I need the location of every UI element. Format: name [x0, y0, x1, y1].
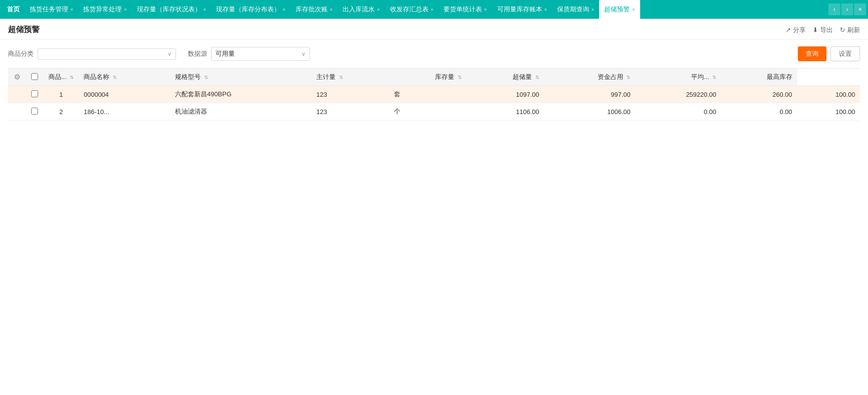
- table-header-row: ⚙ 商品... ⇅ 商品名称 ⇅ 规格型号 ⇅ 主计量: [8, 69, 860, 86]
- col-header-stock[interactable]: 库存量 ⇅: [389, 69, 467, 86]
- row-spec-0: 123: [311, 86, 389, 103]
- row-product-name-0: 六配套新昌490BPG: [170, 86, 311, 103]
- data-table: ⚙ 商品... ⇅ 商品名称 ⇅ 规格型号 ⇅ 主计量: [8, 68, 860, 120]
- nav-item-8[interactable]: 可用量库存账本 ×: [492, 0, 552, 19]
- row-max-stock-0: 100.00: [797, 86, 860, 103]
- nav-item-4[interactable]: 库存批次账 ×: [291, 0, 338, 19]
- nav-close-7[interactable]: ×: [484, 6, 487, 12]
- nav-home[interactable]: 首页: [2, 0, 25, 19]
- category-filter: 商品分类 ∨: [8, 48, 176, 60]
- nav-arrow-group: ‹ › ×: [828, 3, 866, 15]
- sort-icon-spec: ⇅: [204, 75, 208, 80]
- col-header-max-stock[interactable]: 最高库存: [721, 69, 797, 86]
- nav-close-2[interactable]: ×: [203, 6, 206, 12]
- gear-icon: ⚙: [14, 73, 20, 81]
- nav-close-3[interactable]: ×: [282, 6, 285, 12]
- nav-close-6[interactable]: ×: [431, 6, 434, 12]
- row-product-code-0: 0000004: [79, 86, 170, 103]
- row-overage-0: 997.00: [544, 86, 636, 103]
- sort-icon-overage: ⇅: [535, 75, 539, 80]
- row-max-stock-1: 100.00: [797, 103, 860, 120]
- table-row: 2 186-10... 机油滤清器 123 个 1106.00 1006.00 …: [8, 103, 860, 120]
- nav-item-3[interactable]: 现存量（库存分布表） ×: [211, 0, 290, 19]
- datasource-filter: 数据源 可用量 ∨: [188, 47, 310, 61]
- sort-icon-stock: ⇅: [458, 75, 462, 80]
- sort-icon-capital: ⇅: [626, 75, 630, 80]
- nav-item-7[interactable]: 要货单统计表 ×: [438, 0, 492, 19]
- nav-close-4[interactable]: ×: [330, 6, 333, 12]
- col-header-product-name[interactable]: 商品名称 ⇅: [79, 69, 170, 86]
- row-check-0[interactable]: [26, 86, 43, 103]
- table-body: 1 0000004 六配套新昌490BPG 123 套 1097.00 997.…: [8, 86, 860, 120]
- nav-close-all-button[interactable]: ×: [854, 3, 866, 15]
- sort-icon-product-name: ⇅: [113, 75, 117, 80]
- nav-next-button[interactable]: ›: [841, 3, 853, 15]
- datasource-select-value: 可用量: [216, 49, 235, 58]
- filter-area: 商品分类 ∨ 数据源 可用量 ∨ 查询 设置: [0, 40, 868, 68]
- datasource-select[interactable]: 可用量 ∨: [211, 47, 310, 61]
- row-overage-1: 1006.00: [544, 103, 636, 120]
- nav-close-0[interactable]: ×: [70, 6, 73, 12]
- header-actions: ↗ 分享 ⬇ 导出 ↻ 刷新: [785, 26, 860, 35]
- col-header-capital[interactable]: 资金占用 ⇅: [544, 69, 636, 86]
- row-check-1[interactable]: [26, 103, 43, 120]
- nav-close-5[interactable]: ×: [377, 6, 380, 12]
- sort-icon-avg: ⇅: [712, 75, 716, 80]
- col-header-unit[interactable]: 主计量 ⇅: [311, 69, 389, 86]
- row-unit-0: 套: [389, 86, 467, 103]
- col-header-settings[interactable]: ⚙: [8, 69, 26, 86]
- query-button[interactable]: 查询: [798, 46, 826, 61]
- settings-button[interactable]: 设置: [830, 46, 860, 61]
- nav-item-5[interactable]: 出入库流水 ×: [338, 0, 385, 19]
- row-settings-1[interactable]: [8, 103, 26, 120]
- nav-item-10[interactable]: 超储预警 ×: [599, 0, 640, 19]
- col-header-product-code[interactable]: 商品... ⇅: [43, 69, 79, 86]
- row-capital-1: 0.00: [635, 103, 721, 120]
- row-product-name-1: 机油滤清器: [170, 103, 311, 120]
- select-all-checkbox[interactable]: [31, 73, 38, 80]
- datasource-label: 数据源: [188, 49, 207, 58]
- row-capital-0: 259220.00: [635, 86, 721, 103]
- top-navigation: 首页 拣货任务管理 × 拣货异常处理 × 现存量（库存状况表） × 现存量（库存…: [0, 0, 868, 19]
- export-icon: ⬇: [813, 26, 818, 34]
- nav-close-8[interactable]: ×: [544, 6, 547, 12]
- col-header-check[interactable]: [26, 69, 43, 86]
- category-select[interactable]: ∨: [38, 48, 176, 60]
- filter-buttons: 查询 设置: [798, 46, 860, 61]
- nav-close-1[interactable]: ×: [124, 6, 127, 12]
- row-unit-1: 个: [389, 103, 467, 120]
- share-icon: ↗: [785, 26, 791, 34]
- sort-icon-product-code: ⇅: [70, 75, 74, 80]
- page-header: 超储预警 ↗ 分享 ⬇ 导出 ↻ 刷新: [0, 19, 868, 40]
- nav-prev-button[interactable]: ‹: [828, 3, 840, 15]
- table-row: 1 0000004 六配套新昌490BPG 123 套 1097.00 997.…: [8, 86, 860, 103]
- nav-item-9[interactable]: 保质期查询 ×: [552, 0, 599, 19]
- row-settings-0[interactable]: [8, 86, 26, 103]
- row-checkbox-0[interactable]: [31, 90, 38, 97]
- nav-item-6[interactable]: 收发存汇总表 ×: [385, 0, 438, 19]
- nav-item-0[interactable]: 拣货任务管理 ×: [25, 0, 78, 19]
- sort-icon-unit: ⇅: [339, 75, 343, 80]
- row-product-code-1: 186-10...: [79, 103, 170, 120]
- row-num-0: 1: [43, 86, 79, 103]
- nav-close-9[interactable]: ×: [591, 6, 594, 12]
- col-header-overage[interactable]: 超储量 ⇅: [467, 69, 544, 86]
- category-select-arrow-icon: ∨: [168, 51, 172, 57]
- refresh-icon: ↻: [840, 26, 845, 34]
- category-label: 商品分类: [8, 49, 34, 58]
- share-button[interactable]: ↗ 分享: [785, 26, 806, 35]
- row-checkbox-1[interactable]: [31, 108, 38, 115]
- col-header-avg[interactable]: 平均... ⇅: [635, 69, 721, 86]
- nav-close-10[interactable]: ×: [632, 6, 635, 12]
- page-title: 超储预警: [8, 25, 40, 35]
- row-num-1: 2: [43, 103, 79, 120]
- col-header-spec[interactable]: 规格型号 ⇅: [170, 69, 311, 86]
- nav-item-1[interactable]: 拣货异常处理 ×: [78, 0, 131, 19]
- table-wrapper: ⚙ 商品... ⇅ 商品名称 ⇅ 规格型号 ⇅ 主计量: [0, 68, 868, 120]
- refresh-button[interactable]: ↻ 刷新: [840, 26, 860, 35]
- export-button[interactable]: ⬇ 导出: [813, 26, 833, 35]
- nav-item-2[interactable]: 现存量（库存状况表） ×: [132, 0, 211, 19]
- row-stock-1: 1106.00: [467, 103, 544, 120]
- row-avg-1: 0.00: [721, 103, 797, 120]
- row-stock-0: 1097.00: [467, 86, 544, 103]
